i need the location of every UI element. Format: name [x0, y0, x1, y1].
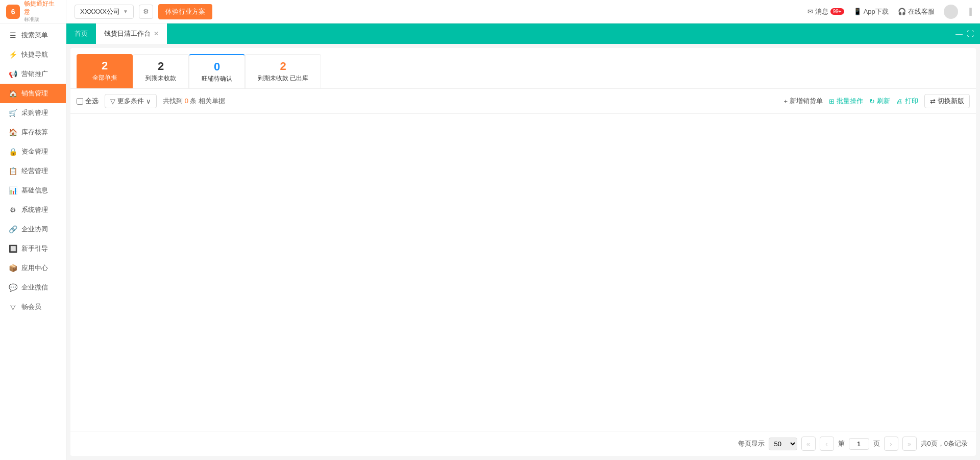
header-right: ✉ 消息 99+ 📱 App下载 🎧 在线客服 ▐	[807, 5, 972, 19]
stat-tab-overdue-shipped[interactable]: 2 到期未收款 已出库	[245, 54, 321, 88]
switch-version-button[interactable]: ⇄ 切换新版	[924, 94, 970, 108]
sidebar-icon-4: 🛒	[8, 109, 17, 117]
sidebar-label-1: 快捷导航	[21, 50, 48, 59]
print-label: 打印	[905, 96, 918, 106]
sidebar-item-2[interactable]: 📢营销推广	[0, 64, 66, 84]
stat-num-all: 2	[89, 59, 120, 72]
table-area	[70, 114, 976, 431]
prev-page-button[interactable]: ‹	[820, 437, 834, 451]
stat-num-overdue: 2	[145, 60, 176, 73]
settings-button[interactable]: ⚙	[139, 5, 153, 19]
tab-minimize-icon[interactable]: —	[955, 30, 963, 38]
sidebar-icon-12: 📦	[8, 264, 17, 272]
sidebar-label-14: 畅会员	[21, 302, 41, 311]
sidebar-icon-13: 💬	[8, 283, 17, 292]
tab-close-icon[interactable]: ✕	[154, 30, 159, 37]
switch-label: 切换新版	[938, 96, 964, 106]
nav-tab-actions: — ⛶	[955, 30, 980, 38]
sidebar-item-9[interactable]: ⚙系统管理	[0, 200, 66, 220]
company-dropdown-arrow: ▼	[123, 9, 128, 14]
stat-tab-overdue[interactable]: 2 到期未收款	[133, 54, 189, 88]
sidebar-label-2: 营销推广	[21, 69, 48, 79]
stats-tabs: 2 全部单据 2 到期未收款 0 旺辅待确认 2 到期未收款 已出库	[70, 48, 976, 89]
sidebar-item-10[interactable]: 🔗企业协同	[0, 220, 66, 239]
messages-icon: ✉	[807, 8, 813, 15]
refresh-button[interactable]: ↻ 刷新	[869, 96, 890, 106]
sidebar-item-6[interactable]: 🔒资金管理	[0, 142, 66, 161]
logo-icon: 6	[6, 5, 20, 19]
sidebar-item-1[interactable]: ⚡快捷导航	[0, 45, 66, 64]
content-inner: 2 全部单据 2 到期未收款 0 旺辅待确认 2 到期未收款 已出库 全选	[70, 48, 976, 456]
sidebar-icon-1: ⚡	[8, 51, 17, 59]
online-service-button[interactable]: 🎧 在线客服	[898, 7, 935, 16]
total-label: 共0页，0条记录	[921, 439, 968, 448]
add-order-button[interactable]: + 新增销货单	[783, 96, 823, 106]
tab-workbench[interactable]: 钱货日清工作台 ✕	[96, 23, 167, 44]
sidebar-item-8[interactable]: 📊基础信息	[0, 181, 66, 200]
stat-tab-wangfu[interactable]: 0 旺辅待确认	[189, 54, 245, 88]
next-page-button[interactable]: ›	[884, 437, 898, 451]
sidebar-item-0[interactable]: ☰搜索菜单	[0, 26, 66, 45]
app-download-button[interactable]: 📱 App下载	[853, 7, 889, 16]
sidebar-item-5[interactable]: 🏠库存核算	[0, 123, 66, 142]
stat-label-overdue-shipped: 到期未收款 已出库	[258, 74, 308, 83]
logo-text: 畅捷通好生意	[24, 0, 60, 16]
settings-icon: ⚙	[143, 8, 149, 15]
sidebar-label-6: 资金管理	[21, 147, 48, 156]
print-icon: 🖨	[896, 98, 903, 105]
filter-button[interactable]: ▽ 更多条件 ∨	[105, 94, 157, 108]
user-dropdown-arrow: ▐	[967, 8, 972, 15]
stat-label-wangfu: 旺辅待确认	[202, 75, 232, 83]
sidebar-label-9: 系统管理	[21, 205, 48, 214]
sidebar-icon-5: 🏠	[8, 128, 17, 136]
sidebar-icon-11: 🔲	[8, 245, 17, 253]
switch-icon: ⇄	[930, 98, 936, 105]
first-page-button[interactable]: «	[801, 437, 816, 451]
sidebar-icon-0: ☰	[8, 31, 17, 39]
online-service-label: 在线客服	[908, 7, 935, 16]
found-text: 共找到 0 条 相关单据	[163, 96, 225, 106]
batch-label: 批量操作	[837, 96, 863, 106]
tab-expand-icon[interactable]: ⛶	[967, 30, 974, 38]
sidebar-label-3: 销售管理	[21, 89, 48, 98]
per-page-select[interactable]: 50 100 200	[769, 438, 797, 450]
trial-button[interactable]: 体验行业方案	[158, 4, 212, 19]
page-input[interactable]	[849, 438, 869, 450]
messages-button[interactable]: ✉ 消息 99+	[807, 7, 844, 16]
batch-icon: ⊞	[829, 98, 835, 105]
sidebar-icon-7: 📋	[8, 167, 17, 175]
sidebar-item-7[interactable]: 📋经营管理	[0, 161, 66, 181]
filter-icon: ▽	[110, 98, 115, 105]
sidebar-icon-10: 🔗	[8, 225, 17, 233]
filter-arrow: ∨	[146, 98, 151, 105]
app-download-label: App下载	[864, 7, 889, 16]
sidebar: 6 畅捷通好生意 标准版 ☰搜索菜单⚡快捷导航📢营销推广🏠销售管理🛒采购管理🏠库…	[0, 0, 66, 460]
batch-operation-button[interactable]: ⊞ 批量操作	[829, 96, 863, 106]
top-header: XXXXXX公司 ▼ ⚙ 体验行业方案 ✉ 消息 99+ 📱 App下载 🎧 在…	[66, 0, 980, 23]
add-icon: +	[783, 98, 788, 105]
select-all-checkbox[interactable]: 全选	[77, 96, 99, 106]
sidebar-item-12[interactable]: 📦应用中心	[0, 258, 66, 278]
print-button[interactable]: 🖨 打印	[896, 96, 918, 106]
sidebar-item-13[interactable]: 💬企业微信	[0, 278, 66, 297]
user-dropdown[interactable]: ▐	[967, 8, 972, 15]
toolbar-right: + 新增销货单 ⊞ 批量操作 ↻ 刷新 🖨 打印 ⇄ 切换新版	[783, 94, 970, 108]
add-label: 新增销货单	[790, 96, 823, 106]
page-label: 第	[838, 439, 845, 448]
sidebar-item-4[interactable]: 🛒采购管理	[0, 103, 66, 123]
avatar[interactable]	[944, 5, 958, 19]
sidebar-label-13: 企业微信	[21, 283, 48, 292]
sidebar-label-8: 基础信息	[21, 186, 48, 195]
pagination: 每页显示 50 100 200 « ‹ 第 页 › » 共0页，0条记录	[70, 431, 976, 456]
service-icon: 🎧	[898, 8, 906, 15]
filter-label: 更多条件	[117, 96, 144, 106]
last-page-button[interactable]: »	[902, 437, 917, 451]
select-all-input[interactable]	[77, 98, 83, 105]
sidebar-item-11[interactable]: 🔲新手引导	[0, 239, 66, 258]
stat-tab-all[interactable]: 2 全部单据	[77, 54, 133, 88]
sidebar-label-11: 新手引导	[21, 244, 48, 253]
sidebar-item-14[interactable]: ▽畅会员	[0, 297, 66, 317]
company-selector[interactable]: XXXXXX公司 ▼	[75, 5, 134, 19]
tab-home[interactable]: 首页	[66, 23, 96, 44]
sidebar-item-3[interactable]: 🏠销售管理	[0, 84, 66, 103]
